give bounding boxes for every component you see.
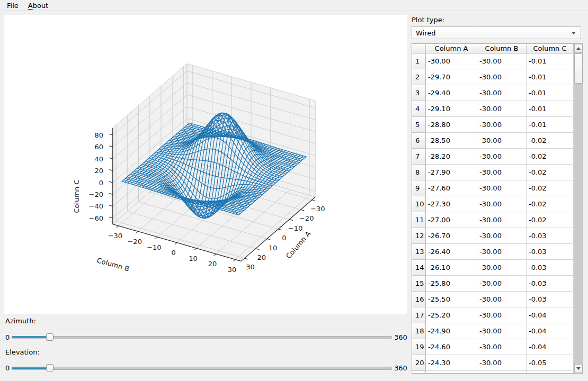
row-number-cell[interactable]: 19 <box>412 339 426 355</box>
cell-a[interactable]: -24.30 <box>426 355 477 371</box>
cell-a[interactable]: -27.30 <box>426 196 477 212</box>
cell-b[interactable]: -30.00 <box>477 355 527 371</box>
cell-b[interactable]: -30.00 <box>477 323 527 339</box>
row-number-cell[interactable]: 17 <box>412 307 426 323</box>
row-number-cell[interactable]: 4 <box>412 101 426 117</box>
cell-c[interactable]: -0.01 <box>527 85 574 101</box>
cell-c[interactable]: -0.02 <box>527 149 574 165</box>
row-number-cell[interactable]: 3 <box>412 85 426 101</box>
elevation-slider-handle[interactable] <box>46 364 54 371</box>
row-number-cell[interactable]: 5 <box>412 117 426 133</box>
cell-a[interactable]: -26.40 <box>426 244 477 260</box>
table-scrollbar[interactable] <box>574 44 583 373</box>
cell-a[interactable]: -29.40 <box>426 85 477 101</box>
row-number-cell[interactable]: 12 <box>412 228 426 244</box>
cell-b[interactable]: -30.00 <box>477 165 527 180</box>
cell-c[interactable] <box>527 371 574 374</box>
cell-b[interactable]: -30.00 <box>477 339 527 355</box>
cell-b[interactable]: -30.00 <box>477 117 527 133</box>
cell-b[interactable]: -30.00 <box>477 307 527 323</box>
row-number-cell[interactable]: 9 <box>412 180 426 196</box>
azimuth-slider-track[interactable] <box>12 336 392 339</box>
row-number-cell[interactable]: 10 <box>412 196 426 212</box>
cell-b[interactable]: -30.00 <box>477 180 527 196</box>
cell-b[interactable]: -30.00 <box>477 85 527 101</box>
row-number-cell[interactable]: 6 <box>412 133 426 149</box>
cell-c[interactable]: -0.01 <box>527 101 574 117</box>
elevation-slider-track[interactable] <box>12 367 392 370</box>
cell-a[interactable] <box>426 371 477 374</box>
table-corner-header[interactable] <box>412 44 426 53</box>
cell-b[interactable]: -30.00 <box>477 244 527 260</box>
scrollbar-thumb[interactable] <box>574 53 583 84</box>
row-number-cell[interactable]: 20 <box>412 355 426 371</box>
elevation-slider[interactable] <box>12 364 391 372</box>
cell-a[interactable]: -30.00 <box>426 53 477 69</box>
cell-c[interactable]: -0.03 <box>527 260 574 276</box>
cell-c[interactable]: -0.01 <box>527 117 574 133</box>
cell-b[interactable]: -30.00 <box>477 260 527 276</box>
menu-item-file[interactable]: File <box>2 1 23 10</box>
cell-b[interactable]: -30.00 <box>477 149 527 165</box>
cell-c[interactable]: -0.04 <box>527 323 574 339</box>
cell-a[interactable]: -24.90 <box>426 323 477 339</box>
cell-c[interactable]: -0.03 <box>527 244 574 260</box>
cell-c[interactable]: -0.05 <box>527 355 574 371</box>
plot-canvas-3d[interactable]: −30−20−100102030−30−20−100102030−60−40−2… <box>4 15 407 314</box>
cell-a[interactable]: -27.60 <box>426 180 477 196</box>
column-header-a[interactable]: Column A <box>426 44 477 53</box>
cell-a[interactable]: -29.10 <box>426 101 477 117</box>
cell-c[interactable]: -0.03 <box>527 276 574 292</box>
cell-b[interactable]: -30.00 <box>477 212 527 228</box>
cell-a[interactable]: -28.20 <box>426 149 477 165</box>
cell-a[interactable]: -24.60 <box>426 339 477 355</box>
row-number-cell[interactable]: 8 <box>412 165 426 180</box>
cell-a[interactable]: -25.80 <box>426 276 477 292</box>
row-number-cell[interactable]: 14 <box>412 260 426 276</box>
row-number-cell[interactable] <box>412 371 426 374</box>
cell-c[interactable]: -0.04 <box>527 307 574 323</box>
column-header-c[interactable]: Column C <box>527 44 574 53</box>
cell-c[interactable]: -0.02 <box>527 165 574 180</box>
cell-b[interactable]: -30.00 <box>477 292 527 307</box>
column-header-b[interactable]: Column B <box>477 44 527 53</box>
cell-c[interactable]: -0.02 <box>527 180 574 196</box>
cell-c[interactable]: -0.02 <box>527 133 574 149</box>
cell-c[interactable]: -0.01 <box>527 69 574 85</box>
cell-c[interactable]: -0.02 <box>527 196 574 212</box>
cell-b[interactable]: -30.00 <box>477 69 527 85</box>
scrollbar-up-button[interactable] <box>574 44 583 53</box>
cell-a[interactable]: -27.00 <box>426 212 477 228</box>
cell-a[interactable]: -26.70 <box>426 228 477 244</box>
cell-a[interactable]: -27.90 <box>426 165 477 180</box>
row-number-cell[interactable]: 16 <box>412 292 426 307</box>
cell-a[interactable]: -28.50 <box>426 133 477 149</box>
cell-c[interactable]: -0.03 <box>527 228 574 244</box>
row-number-cell[interactable]: 18 <box>412 323 426 339</box>
menu-item-about[interactable]: About <box>23 1 53 10</box>
cell-a[interactable]: -26.10 <box>426 260 477 276</box>
cell-a[interactable]: -25.20 <box>426 307 477 323</box>
cell-b[interactable]: -30.00 <box>477 101 527 117</box>
cell-b[interactable]: -30.00 <box>477 276 527 292</box>
row-number-cell[interactable]: 2 <box>412 69 426 85</box>
row-number-cell[interactable]: 1 <box>412 53 426 69</box>
row-number-cell[interactable]: 15 <box>412 276 426 292</box>
plot-type-combobox[interactable]: Wired <box>412 26 581 39</box>
cell-b[interactable]: -30.00 <box>477 133 527 149</box>
cell-c[interactable]: -0.01 <box>527 53 574 69</box>
cell-c[interactable]: -0.03 <box>527 292 574 307</box>
azimuth-slider-handle[interactable] <box>46 333 54 341</box>
cell-a[interactable]: -28.80 <box>426 117 477 133</box>
cell-c[interactable]: -0.02 <box>527 212 574 228</box>
cell-b[interactable]: -30.00 <box>477 53 527 69</box>
azimuth-slider[interactable] <box>12 333 391 341</box>
cell-b[interactable]: -30.00 <box>477 228 527 244</box>
cell-c[interactable]: -0.04 <box>527 339 574 355</box>
cell-a[interactable]: -29.70 <box>426 69 477 85</box>
cell-b[interactable]: -30.00 <box>477 196 527 212</box>
cell-b[interactable] <box>477 371 527 374</box>
row-number-cell[interactable]: 13 <box>412 244 426 260</box>
cell-a[interactable]: -25.50 <box>426 292 477 307</box>
scrollbar-down-button[interactable] <box>574 364 583 373</box>
